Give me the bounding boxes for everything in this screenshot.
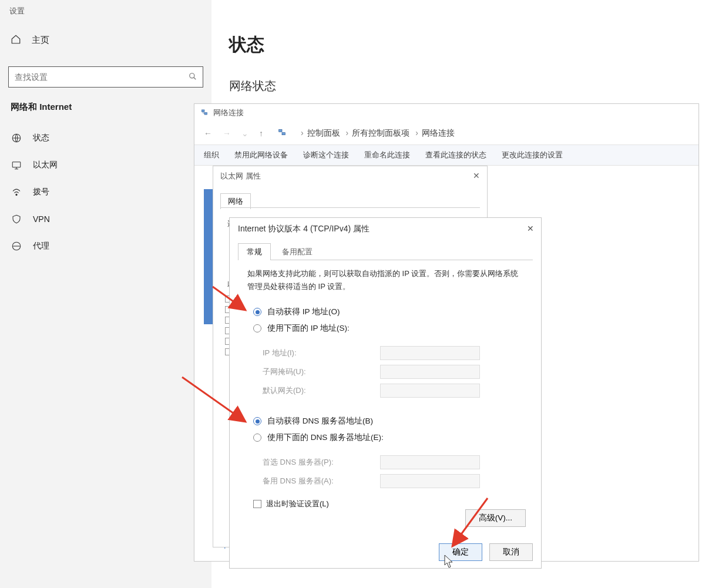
alternate-dns-input <box>380 474 480 488</box>
subnet-row: 子网掩码(U): <box>263 362 526 381</box>
cancel-button[interactable]: 取消 <box>489 543 533 561</box>
sidebar-item-label: VPN <box>33 214 50 224</box>
sidebar-item-label: 以太网 <box>33 160 58 170</box>
group-label: 网络和 Internet <box>0 96 211 125</box>
home-icon <box>11 34 21 46</box>
dns-fields-group: 首选 DNS 服务器(P): 备用 DNS 服务器(A): <box>263 453 526 490</box>
ipv4-panel: 如果网络支持此功能，则可以获取自动指派的 IP 设置。否则，你需要从网络系统管理… <box>238 259 533 534</box>
back-button[interactable]: ← <box>204 129 212 138</box>
tab-network[interactable]: 网络 <box>220 193 251 209</box>
tab-alternate[interactable]: 备用配置 <box>273 243 321 260</box>
ethernet-title: 以太网 属性 <box>213 166 487 186</box>
up-button[interactable]: ↑ <box>259 129 263 138</box>
radio-icon <box>253 417 261 425</box>
sidebar-item-label: 代理 <box>33 241 49 251</box>
ip-address-label: IP 地址(I): <box>263 348 380 358</box>
ip-address-input <box>380 346 480 360</box>
svg-rect-5 <box>201 109 204 112</box>
radio-label: 使用下面的 DNS 服务器地址(E): <box>267 432 384 443</box>
gateway-row: 默认网关(D): <box>263 381 526 400</box>
checkbox-icon <box>253 500 261 508</box>
preferred-dns-label: 首选 DNS 服务器(P): <box>263 457 380 468</box>
sidebar-item-status[interactable]: 状态 <box>0 125 211 152</box>
search-box[interactable] <box>8 66 203 88</box>
recent-dropdown[interactable]: ⌄ <box>241 129 248 138</box>
ip-radio-group: 自动获得 IP 地址(O) 使用下面的 IP 地址(S): <box>253 304 526 337</box>
breadcrumb[interactable]: ›控制面板 ›所有控制面板项 ›网络连接 <box>297 128 455 139</box>
svg-rect-2 <box>12 162 21 167</box>
ipv4-intro: 如果网络支持此功能，则可以获取自动指派的 IP 设置。否则，你需要从网络系统管理… <box>245 267 526 304</box>
vpn-icon <box>11 214 22 224</box>
sidebar-home[interactable]: 主页 <box>0 19 211 62</box>
svg-rect-8 <box>282 133 285 135</box>
advanced-button[interactable]: 高级(V)... <box>465 509 526 527</box>
home-label: 主页 <box>32 35 49 46</box>
ipv4-properties-window[interactable]: Internet 协议版本 4 (TCP/IPv4) 属性 ✕ 常规 备用配置 … <box>229 217 542 569</box>
sidebar-item-proxy[interactable]: 代理 <box>0 233 211 260</box>
titlebar[interactable]: 网络连接 <box>194 104 698 122</box>
navbar: ← → ⌄ ↑ ›控制面板 ›所有控制面板项 ›网络连接 <box>194 122 698 145</box>
proxy-icon <box>11 241 22 251</box>
toolbar: 组织 禁用此网络设备 诊断这个连接 重命名此连接 查看此连接的状态 更改此连接的… <box>194 145 698 166</box>
radio-manual-dns[interactable]: 使用下面的 DNS 服务器地址(E): <box>253 429 526 446</box>
alternate-dns-row: 备用 DNS 服务器(A): <box>263 472 526 490</box>
toolbar-diagnose[interactable]: 诊断这个连接 <box>303 150 349 160</box>
toolbar-changesettings[interactable]: 更改此连接的设置 <box>502 150 563 160</box>
radio-auto-ip[interactable]: 自动获得 IP 地址(O) <box>253 304 526 320</box>
page-subtitle: 网络状态 <box>229 78 684 94</box>
ipv4-title: Internet 协议版本 4 (TCP/IPv4) 属性 <box>230 218 541 240</box>
validate-label: 退出时验证设置(L) <box>266 499 329 509</box>
window-title: 网络连接 <box>213 107 244 118</box>
subnet-label: 子网掩码(U): <box>263 367 380 377</box>
svg-rect-7 <box>279 129 282 132</box>
radio-label: 自动获得 IP 地址(O) <box>267 307 340 317</box>
page-title: 状态 <box>229 33 684 57</box>
gateway-input <box>380 384 480 398</box>
forward-button[interactable]: → <box>223 129 231 138</box>
sidebar-item-vpn[interactable]: VPN <box>0 206 211 233</box>
close-icon[interactable]: ✕ <box>527 224 534 233</box>
ipv4-tabs: 常规 备用配置 <box>238 243 533 260</box>
radio-auto-dns[interactable]: 自动获得 DNS 服务器地址(B) <box>253 413 526 429</box>
toolbar-disable[interactable]: 禁用此网络设备 <box>234 150 288 160</box>
radio-label: 自动获得 DNS 服务器地址(B) <box>267 416 373 426</box>
radio-manual-ip[interactable]: 使用下面的 IP 地址(S): <box>253 320 526 337</box>
preferred-dns-row: 首选 DNS 服务器(P): <box>263 453 526 472</box>
settings-sidebar: 设置 主页 网络和 Internet 状态 以太网 <box>0 0 211 588</box>
ip-fields-group: IP 地址(I): 子网掩码(U): 默认网关(D): <box>263 344 526 400</box>
dialup-icon <box>11 187 22 197</box>
search-input[interactable] <box>9 72 183 82</box>
svg-rect-6 <box>204 112 207 115</box>
radio-icon <box>253 324 261 332</box>
gateway-label: 默认网关(D): <box>263 385 380 396</box>
tab-general[interactable]: 常规 <box>238 243 271 260</box>
sidebar-item-ethernet[interactable]: 以太网 <box>0 152 211 179</box>
validate-checkbox-row[interactable]: 退出时验证设置(L) <box>253 499 526 509</box>
search-icon <box>183 72 203 82</box>
subnet-input <box>380 365 480 379</box>
toolbar-organize[interactable]: 组织 <box>204 150 219 160</box>
sidebar-item-label: 拨号 <box>33 187 49 197</box>
breadcrumb-icon <box>277 127 287 139</box>
svg-point-0 <box>190 73 194 78</box>
close-icon[interactable]: ✕ <box>473 171 480 180</box>
radio-label: 使用下面的 IP 地址(S): <box>267 323 350 334</box>
toolbar-viewstatus[interactable]: 查看此连接的状态 <box>425 150 486 160</box>
radio-icon <box>253 434 261 442</box>
ip-address-row: IP 地址(I): <box>263 344 526 362</box>
network-icon <box>200 108 209 118</box>
preferred-dns-input <box>380 455 480 469</box>
alternate-dns-label: 备用 DNS 服务器(A): <box>263 476 380 486</box>
status-icon <box>11 133 22 143</box>
dns-radio-group: 自动获得 DNS 服务器地址(B) 使用下面的 DNS 服务器地址(E): <box>253 413 526 446</box>
svg-point-3 <box>16 194 17 195</box>
cursor-icon <box>444 555 455 569</box>
settings-title: 设置 <box>0 5 211 19</box>
sidebar-item-label: 状态 <box>33 133 49 143</box>
toolbar-rename[interactable]: 重命名此连接 <box>364 150 410 160</box>
radio-icon <box>253 308 261 316</box>
sidebar-item-dialup[interactable]: 拨号 <box>0 179 211 206</box>
ethernet-icon <box>11 160 22 170</box>
